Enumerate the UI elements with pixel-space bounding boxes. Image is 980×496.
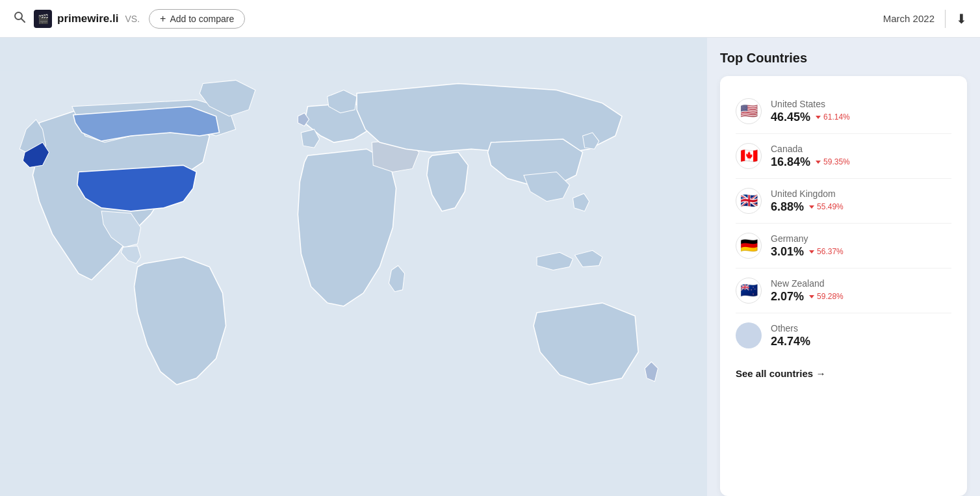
country-info: United Kingdom6.88%55.49% xyxy=(771,189,844,214)
country-row[interactable]: Others24.74% xyxy=(736,313,951,358)
country-change-badge: 61.14% xyxy=(816,112,850,122)
country-stats: 2.07%59.28% xyxy=(771,290,844,304)
header: 🎬 primewire.li VS. + Add to compare Marc… xyxy=(0,0,980,38)
country-stats: 16.84%59.35% xyxy=(771,155,850,169)
countries-card: 🇺🇸United States46.45%61.14%🇨🇦Canada16.84… xyxy=(720,76,967,496)
country-name: Others xyxy=(771,323,810,333)
add-compare-label: Add to compare xyxy=(170,14,234,24)
country-info: Canada16.84%59.35% xyxy=(771,144,850,169)
country-flag: 🇳🇿 xyxy=(736,278,762,304)
site-favicon: 🎬 xyxy=(34,10,52,28)
right-panel: Top Countries 🇺🇸United States46.45%61.14… xyxy=(707,38,980,496)
download-icon[interactable]: ⬇ xyxy=(956,11,967,27)
main-content: Top Countries 🇺🇸United States46.45%61.14… xyxy=(0,38,980,496)
country-percentage: 24.74% xyxy=(771,335,810,348)
search-icon[interactable] xyxy=(13,10,26,27)
site-name[interactable]: primewire.li xyxy=(57,12,118,25)
country-percentage: 2.07% xyxy=(771,290,804,304)
country-info: Others24.74% xyxy=(771,323,810,348)
country-percentage: 16.84% xyxy=(771,155,810,169)
country-flag xyxy=(736,322,762,348)
date-label: March 2022 xyxy=(883,13,935,24)
country-change-badge: 56.37% xyxy=(809,247,844,256)
country-change-badge: 55.49% xyxy=(809,202,844,211)
country-change-badge: 59.28% xyxy=(809,292,844,301)
vs-label: VS. xyxy=(125,14,140,24)
country-name: United Kingdom xyxy=(771,189,844,199)
country-name: United States xyxy=(771,99,850,109)
header-right: March 2022 ⬇ xyxy=(883,10,967,28)
country-row[interactable]: 🇩🇪Germany3.01%56.37% xyxy=(736,224,951,268)
country-percentage: 3.01% xyxy=(771,245,804,259)
country-stats: 6.88%55.49% xyxy=(771,200,844,214)
country-flag: 🇨🇦 xyxy=(736,143,762,169)
country-percentage: 6.88% xyxy=(771,200,804,214)
header-divider xyxy=(945,10,946,28)
country-row[interactable]: 🇨🇦Canada16.84%59.35% xyxy=(736,134,951,179)
country-row[interactable]: 🇳🇿New Zealand2.07%59.28% xyxy=(736,268,951,313)
add-compare-button[interactable]: + Add to compare xyxy=(149,9,245,29)
country-percentage: 46.45% xyxy=(771,111,810,124)
country-info: New Zealand2.07%59.28% xyxy=(771,278,844,304)
country-info: United States46.45%61.14% xyxy=(771,99,850,124)
country-info: Germany3.01%56.37% xyxy=(771,233,844,259)
country-flag: 🇩🇪 xyxy=(736,233,762,259)
country-stats: 24.74% xyxy=(771,335,810,348)
world-map xyxy=(0,38,707,496)
country-name: New Zealand xyxy=(771,278,844,289)
country-stats: 46.45%61.14% xyxy=(771,111,850,124)
country-stats: 3.01%56.37% xyxy=(771,245,844,259)
svg-line-1 xyxy=(21,19,25,23)
country-row[interactable]: 🇬🇧United Kingdom6.88%55.49% xyxy=(736,179,951,224)
panel-title: Top Countries xyxy=(720,51,967,66)
country-name: Germany xyxy=(771,233,844,244)
see-all-countries-link[interactable]: See all countries → xyxy=(736,358,951,382)
country-flag: 🇬🇧 xyxy=(736,188,762,214)
country-change-badge: 59.35% xyxy=(816,157,850,166)
country-flag: 🇺🇸 xyxy=(736,98,762,124)
country-name: Canada xyxy=(771,144,850,154)
country-row[interactable]: 🇺🇸United States46.45%61.14% xyxy=(736,89,951,134)
